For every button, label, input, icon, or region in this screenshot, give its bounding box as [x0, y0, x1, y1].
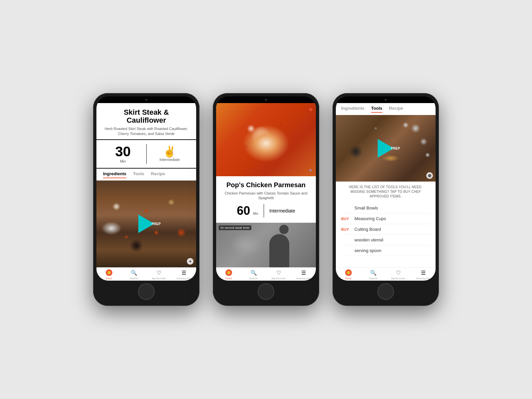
camera-dot-2	[265, 99, 267, 101]
nav-grocery-label-1: Grocery List	[177, 277, 191, 280]
tool-buy-1: BUY	[341, 217, 351, 221]
phones-container: Skirt Steak & Cauliflower Herb Roasted S…	[80, 73, 452, 326]
tool-name-1: Measuring Cups	[354, 216, 386, 221]
zoom-icon-1[interactable]: +	[187, 258, 194, 265]
time-number: 30	[103, 145, 143, 159]
nav-feed-2[interactable]: 😋 Feed	[216, 269, 241, 280]
tab-recipe-1[interactable]: Recipe	[151, 171, 165, 178]
bottom-nav-3: 😋 Feed 🔍 Search ♡ My Account ☰ Groc	[336, 267, 436, 281]
prep-label-1: PREP	[152, 222, 161, 226]
hand-icon: ✌️	[150, 146, 190, 157]
nav-search-1[interactable]: 🔍 Search	[121, 269, 146, 280]
status-bar-1	[96, 96, 196, 103]
tool-name-0: Small Bowls	[354, 205, 378, 210]
tab-tools-1[interactable]: Tools	[133, 171, 144, 178]
home-button-1[interactable]	[138, 283, 155, 300]
tabs-3: Ingredients Tools Recipe	[336, 103, 436, 115]
nav-search-3[interactable]: 🔍 Search	[361, 269, 386, 280]
nav-account-3[interactable]: ♡ My Account	[386, 269, 411, 280]
difficulty-2: Intermediate	[269, 208, 295, 213]
nav-grocery-2[interactable]: ☰ Grocery List	[291, 269, 316, 280]
nav-search-label-1: Search	[130, 277, 138, 280]
difficulty-stat: ✌️ Intermediate	[150, 146, 190, 162]
play-triangle-1: PREP	[138, 214, 154, 233]
stat-divider	[146, 144, 147, 164]
recipe-title-2: Pop's Chicken Parmesan	[221, 181, 311, 189]
status-bar-2	[216, 96, 316, 103]
search-icon-1: 🔍	[130, 269, 138, 276]
tool-name-3: wooden utensil	[354, 237, 383, 242]
nav-account-2[interactable]: ♡ My Account	[266, 269, 291, 280]
heart-icon-p2[interactable]: ♥	[309, 106, 313, 113]
phone-1-inner: Skirt Steak & Cauliflower Herb Roasted S…	[96, 96, 196, 281]
play-triangle-3: PREP	[378, 139, 394, 158]
recipe-stats-1: 30 Min ✌️ Intermediate	[96, 140, 196, 169]
tool-name-4: serving spoon	[354, 248, 381, 253]
chef-silhouette	[269, 234, 289, 267]
time-lbl-2: Min	[253, 212, 258, 215]
tools-content-3: HERE IS THE LIST OF TOOLS YOU'LL NEED. M…	[336, 182, 436, 267]
grocery-icon-1: ☰	[180, 269, 188, 276]
tab-ingredients-1[interactable]: Ingredients	[103, 171, 126, 178]
search-icon-3: 🔍	[370, 269, 377, 276]
nav-account-label-2: My Account	[272, 277, 285, 280]
share-icon-p2[interactable]: ✈	[309, 168, 313, 173]
time-label: Min	[103, 159, 143, 163]
nav-account-label-1: My Account	[152, 277, 166, 280]
home-button-3[interactable]	[377, 283, 394, 300]
video-thumb-2[interactable]: 60 second steak timer	[216, 223, 316, 267]
time-num-2: 60	[237, 204, 250, 217]
screen-1: Skirt Steak & Cauliflower Herb Roasted S…	[96, 103, 196, 281]
tool-item-0[interactable]: Small Bowls	[341, 203, 430, 213]
tool-item-4[interactable]: serving spoon	[341, 245, 430, 256]
nav-search-label-3: Search	[369, 277, 377, 280]
tools-image-3: PREP ⊕	[336, 115, 436, 182]
nav-account-1[interactable]: ♡ My Account	[146, 269, 171, 280]
divider-2	[264, 204, 264, 217]
phone-3: Ingredients Tools Recipe	[332, 93, 439, 306]
phone-3-inner: Ingredients Tools Recipe	[336, 96, 436, 281]
nav-feed-3[interactable]: 😋 Feed	[336, 269, 361, 280]
home-button-2[interactable]	[258, 283, 274, 300]
status-bar-3	[336, 96, 436, 103]
zoom-icon-3[interactable]: ⊕	[426, 172, 433, 179]
nav-grocery-1[interactable]: ☰ Grocery List	[171, 269, 196, 280]
nav-feed-1[interactable]: 😋 Feed	[96, 269, 121, 280]
feed-icon-3: 😋	[345, 269, 352, 276]
feed-icon-1: 😋	[105, 269, 113, 276]
video-overlay-2: 60 second steak timer	[216, 223, 316, 267]
feed-icon-2: 😋	[225, 269, 232, 276]
prep-button-1[interactable]: PREP	[138, 214, 154, 233]
pasta-bg	[216, 103, 316, 176]
camera-dot-1	[145, 99, 147, 101]
grocery-icon-3: ☰	[420, 269, 427, 276]
phone-2-inner: ♥ ✈ Pop's Chicken Parmesan Chicken Parme…	[216, 96, 316, 281]
difficulty-label: Intermediate	[150, 158, 190, 162]
nav-feed-label-2: Feed	[225, 277, 231, 280]
video-label-2: 60 second steak timer	[219, 225, 251, 230]
tool-name-2: Cutting Board	[354, 227, 381, 232]
camera-dot-3	[385, 99, 387, 101]
nav-grocery-3[interactable]: ☰ Grocery List	[411, 269, 436, 280]
tab-ingredients-3[interactable]: Ingredients	[341, 106, 364, 113]
phone-2: ♥ ✈ Pop's Chicken Parmesan Chicken Parme…	[213, 93, 319, 306]
tab-recipe-3[interactable]: Recipe	[389, 106, 403, 113]
phone-1: Skirt Steak & Cauliflower Herb Roasted S…	[93, 93, 200, 306]
account-icon-2: ♡	[275, 269, 282, 276]
tool-item-2[interactable]: BUY Cutting Board	[341, 224, 430, 235]
prep-button-3[interactable]: PREP	[378, 139, 394, 158]
nav-account-label-3: My Account	[391, 277, 405, 280]
recipe-subtitle-1: Herb Roasted Skirt Steak with Roasted Ca…	[103, 126, 190, 136]
screen-2: ♥ ✈ Pop's Chicken Parmesan Chicken Parme…	[216, 103, 316, 281]
time-stat: 30 Min	[103, 145, 143, 163]
time-stat-2: 60 Min	[237, 204, 264, 218]
grocery-icon-2: ☰	[300, 269, 307, 276]
tab-tools-3[interactable]: Tools	[371, 106, 382, 113]
search-icon-2: 🔍	[250, 269, 257, 276]
bottom-nav-1: 😋 Feed 🔍 Search ♡ My Account ☰ Groc	[96, 267, 196, 281]
nav-grocery-label-3: Grocery List	[416, 277, 430, 280]
nav-search-2[interactable]: 🔍 Search	[241, 269, 266, 280]
tool-item-3[interactable]: wooden utensil	[341, 235, 430, 245]
tool-item-1[interactable]: BUY Measuring Cups	[341, 213, 430, 224]
screen-3: Ingredients Tools Recipe	[336, 103, 436, 281]
